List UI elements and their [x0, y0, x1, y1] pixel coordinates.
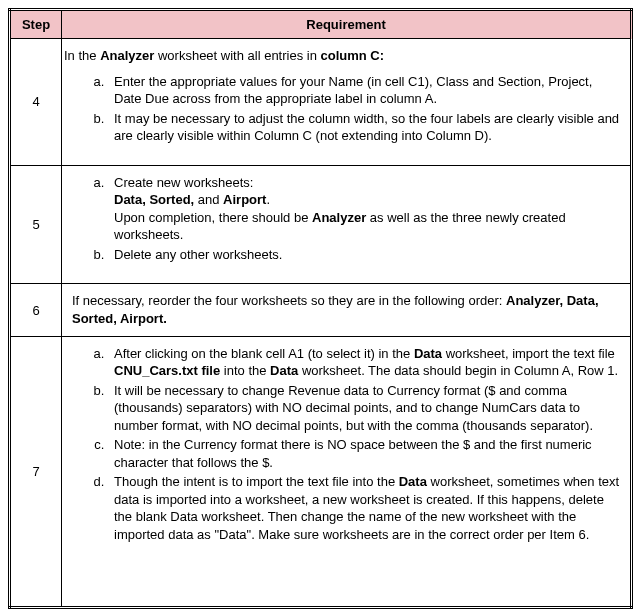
bold-text: Analyzer — [100, 48, 154, 63]
sub-list: Enter the appropriate values for your Na… — [64, 73, 620, 145]
header-requirement: Requirement — [62, 10, 632, 39]
text: Create new worksheets: — [114, 175, 253, 190]
bold-text: Airport — [223, 192, 266, 207]
text: After clicking on the blank cell A1 (to … — [114, 346, 414, 361]
text: Upon completion, there should be — [114, 210, 312, 225]
list-item: Note: in the Currency format there is NO… — [108, 436, 620, 471]
bold-text: Data, Sorted, — [114, 192, 194, 207]
text: into the — [220, 363, 270, 378]
header-step: Step — [10, 10, 62, 39]
bold-text: Data — [399, 474, 427, 489]
bold-text: Data — [414, 346, 442, 361]
bold-text: CNU_Cars.txt file — [114, 363, 220, 378]
requirement-cell: If necessary, reorder the four worksheet… — [62, 284, 632, 336]
requirement-cell: In the Analyzer worksheet with all entri… — [62, 39, 632, 166]
text: and — [194, 192, 223, 207]
list-item: Create new worksheets: Data, Sorted, and… — [108, 174, 620, 244]
list-item: It may be necessary to adjust the column… — [108, 110, 620, 145]
sub-list: Create new worksheets: Data, Sorted, and… — [64, 174, 620, 264]
requirement-cell: Create new worksheets: Data, Sorted, and… — [62, 165, 632, 284]
bold-text: Analyzer — [312, 210, 366, 225]
text: . — [266, 192, 270, 207]
list-item: Enter the appropriate values for your Na… — [108, 73, 620, 108]
step-number: 7 — [10, 336, 62, 607]
text: worksheet, import the text file — [442, 346, 615, 361]
text: Though the intent is to import the text … — [114, 474, 399, 489]
list-item: Though the intent is to import the text … — [108, 473, 620, 543]
bold-text: Data — [270, 363, 298, 378]
list-item: Delete any other worksheets. — [108, 246, 620, 264]
plain-text: If necessary, reorder the four worksheet… — [68, 292, 620, 327]
text: If necessary, reorder the four worksheet… — [72, 293, 506, 308]
table-row: 6 If necessary, reorder the four workshe… — [10, 284, 632, 336]
step-number: 5 — [10, 165, 62, 284]
text: worksheet with all entries in — [154, 48, 320, 63]
list-item: After clicking on the blank cell A1 (to … — [108, 345, 620, 380]
text: worksheet. The data should begin in Colu… — [298, 363, 618, 378]
list-item: It will be necessary to change Revenue d… — [108, 382, 620, 435]
bold-text: column C: — [321, 48, 385, 63]
text: In the — [64, 48, 100, 63]
sub-list: After clicking on the blank cell A1 (to … — [64, 345, 620, 544]
intro-text: In the Analyzer worksheet with all entri… — [64, 47, 620, 73]
table-row: 7 After clicking on the blank cell A1 (t… — [10, 336, 632, 607]
requirement-cell: After clicking on the blank cell A1 (to … — [62, 336, 632, 607]
table-row: 4 In the Analyzer worksheet with all ent… — [10, 39, 632, 166]
step-number: 4 — [10, 39, 62, 166]
step-number: 6 — [10, 284, 62, 336]
requirements-table: Step Requirement 4 In the Analyzer works… — [8, 8, 633, 609]
table-row: 5 Create new worksheets: Data, Sorted, a… — [10, 165, 632, 284]
